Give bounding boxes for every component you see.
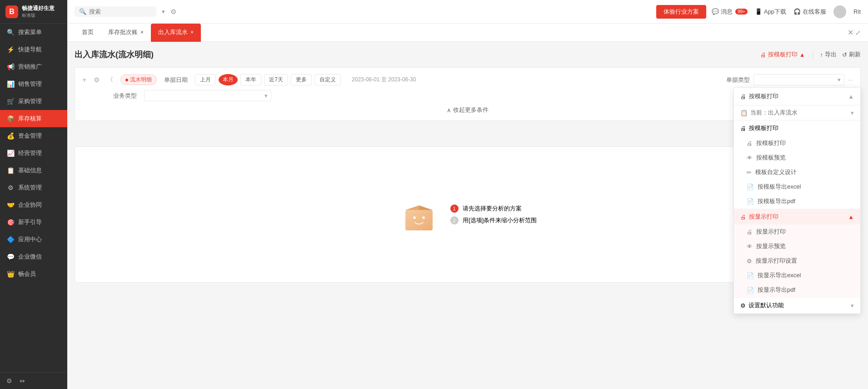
filter-row-1: + ⚙ 《 流水明细 单据日期 上月 本月 本年 近7天 更多 自定义 2023… xyxy=(82,74,853,85)
sidebar-item-finance[interactable]: 💰资金管理 xyxy=(0,127,67,145)
dropdown-close-btn[interactable]: ▲ xyxy=(848,93,854,100)
dropdown-item-export-pdf-template[interactable]: 📄 按模板导出pdf xyxy=(734,194,860,209)
filter-btn-custom[interactable]: 自定义 xyxy=(314,74,341,85)
filter-type-select[interactable] xyxy=(753,74,844,85)
empty-tip2: 用[选项]条件来缩小分析范围 xyxy=(463,217,537,224)
dropdown-item-print-template[interactable]: 🖨 按模板打印 xyxy=(734,136,860,150)
tab-flow[interactable]: 出入库流水× xyxy=(151,24,201,42)
customer-service-btn[interactable]: 🎧 在线客服 xyxy=(793,8,826,16)
sidebar-icon-basic: 📋 xyxy=(6,167,15,174)
sidebar-icon-enterprise: 🤝 xyxy=(6,201,15,209)
current-icon: 📋 xyxy=(740,110,748,116)
user-avatar[interactable] xyxy=(833,5,846,18)
sidebar-item-purchase[interactable]: 🛒采购管理 xyxy=(0,93,67,110)
dropdown-item-export-pdf-display[interactable]: 📄 按显示导出pdf xyxy=(734,283,860,297)
filter-tag-label: 流水明细 xyxy=(130,76,152,84)
tab-home[interactable]: 首页 xyxy=(75,24,101,42)
dropdown-section-default-header[interactable]: ⚙ 设置默认功能 ▾ xyxy=(734,298,860,313)
sidebar-icon-purchase: 🛒 xyxy=(6,98,15,105)
sidebar-item-quick-nav[interactable]: ⚡快捷导航 xyxy=(0,41,67,58)
logo-icon: B xyxy=(5,5,18,18)
trial-button[interactable]: 体验行业方案 xyxy=(656,5,706,19)
sidebar-label-app-center: 应用中心 xyxy=(18,235,42,244)
sidebar-icon-operation: 📈 xyxy=(6,150,15,157)
dropdown-section-template-header[interactable]: 🖨 按模板打印 xyxy=(734,120,860,136)
topbar-right: 💬 消息 99+ 📱 App下载 🎧 在线客服 Rit xyxy=(712,5,861,18)
tab-close-window-icon[interactable]: ✕ xyxy=(848,28,853,37)
divider xyxy=(813,50,813,59)
export-btn[interactable]: ↑ 导出 xyxy=(820,50,837,59)
sidebar-icon-quick-nav: ⚡ xyxy=(6,46,15,53)
sidebar-item-marketing[interactable]: 📢营销推广 xyxy=(0,58,67,75)
sidebar-label-wechat: 企业微信 xyxy=(18,253,42,261)
sidebar-nav: 🔍搜索菜单⚡快捷导航📢营销推广📊销售管理🛒采购管理📦库存核算💰资金管理📈经营管理… xyxy=(0,24,67,372)
dropdown-section-template-items: 🖨 按模板打印 👁 按模板预览 ✏ 模板自定义设计 📄 按模板导出excel xyxy=(734,136,860,209)
sidebar-item-wechat[interactable]: 💬企业微信 xyxy=(0,248,67,265)
sidebar-item-inventory[interactable]: 📦库存核算 xyxy=(0,110,67,127)
filter-date-btns: 上月 本月 本年 近7天 更多 自定义 xyxy=(195,74,341,85)
dropdown-section-display: 🖨 按显示打印 ▲ 🖨 按显示打印 👁 按显示预览 ⚙ xyxy=(734,209,860,298)
item-display-excel-icon: 📄 xyxy=(747,272,754,279)
tab-close-flow[interactable]: × xyxy=(190,29,194,35)
dropdown-item-export-excel-display[interactable]: 📄 按显示导出excel xyxy=(734,268,860,283)
sidebar-label-member: 畅会员 xyxy=(18,270,36,278)
section-template-icon: 🖨 xyxy=(740,125,746,132)
svg-marker-2 xyxy=(419,205,433,210)
sidebar-item-member[interactable]: 👑畅会员 xyxy=(0,265,67,283)
filter-btn-7days[interactable]: 近7天 xyxy=(264,74,288,85)
dropdown-item-custom-template[interactable]: ✏ 模板自定义设计 xyxy=(734,165,860,180)
item-display-setting-icon: ⚙ xyxy=(747,258,752,264)
app-download-btn[interactable]: 📱 App下载 xyxy=(755,8,786,16)
filter-collapse-btn[interactable]: 《 xyxy=(107,76,113,84)
section-display-label: 按显示打印 xyxy=(749,213,778,221)
dropdown-item-print-display[interactable]: 🖨 按显示打印 xyxy=(734,224,860,239)
sidebar-icon-search-menu: 🔍 xyxy=(6,29,15,36)
tab-close-batch[interactable]: × xyxy=(140,29,144,35)
sidebar-toggle-icon[interactable]: ⇔ xyxy=(20,377,25,384)
dropdown-section-display-header[interactable]: 🖨 按显示打印 ▲ xyxy=(734,209,860,224)
filter-btn-this-month[interactable]: 本月 xyxy=(219,74,238,85)
sidebar-item-app-center[interactable]: 🔷应用中心 xyxy=(0,231,67,248)
topbar: 🔍 ▾ ⚙ 体验行业方案 💬 消息 99+ 📱 App下载 🎧 在线客服 Rit xyxy=(67,0,868,24)
print-template-btn[interactable]: 🖨 按模板打印 ▲ xyxy=(760,50,805,59)
sidebar-item-basic[interactable]: 📋基础信息 xyxy=(0,162,67,179)
filter-biz-select[interactable] xyxy=(144,90,271,101)
dropdown-item-preview-display[interactable]: 👁 按显示预览 xyxy=(734,239,860,254)
sidebar-icon-finance: 💰 xyxy=(6,132,15,140)
topbar-chevron-icon[interactable]: ▾ xyxy=(162,8,165,15)
sidebar-item-operation[interactable]: 📈经营管理 xyxy=(0,145,67,162)
dropdown-current-chevron[interactable]: ▾ xyxy=(851,110,854,116)
topbar-gear-icon[interactable]: ⚙ xyxy=(170,8,176,16)
filter-setting-btn[interactable]: ⚙ xyxy=(94,76,100,84)
dropdown-item-preview-template[interactable]: 👁 按模板预览 xyxy=(734,150,860,165)
dropdown-section-template: 🖨 按模板打印 🖨 按模板打印 👁 按模板预览 ✏ 模板自 xyxy=(734,120,860,209)
filter-add-btn[interactable]: + xyxy=(82,76,86,84)
content-area: 出入库流水(流水明细) 🖨 按模板打印 ▲ ↑ 导出 ↺ 刷新 xyxy=(67,42,868,389)
topbar-search-input[interactable] xyxy=(89,8,152,15)
filter-date-range: 2023-06-01 至 2023-06-30 xyxy=(352,76,416,84)
tab-batch[interactable]: 库存批次账× xyxy=(101,24,151,42)
sidebar-footer: ⚙ ⇔ xyxy=(0,372,67,389)
sidebar-item-sales[interactable]: 📊销售管理 xyxy=(0,75,67,93)
section-default-label: 设置默认功能 xyxy=(748,301,784,309)
filter-btn-more[interactable]: 更多 xyxy=(291,74,312,85)
sidebar-item-system[interactable]: ⚙系统管理 xyxy=(0,179,67,196)
settings-footer-icon[interactable]: ⚙ xyxy=(6,377,12,384)
dropdown-item-print-setting-display[interactable]: ⚙ 按显示打印设置 xyxy=(734,254,860,268)
sidebar: B 畅捷通好生意 标准版 🔍搜索菜单⚡快捷导航📢营销推广📊销售管理🛒采购管理📦库… xyxy=(0,0,67,389)
message-btn[interactable]: 💬 消息 99+ xyxy=(712,8,748,16)
dropdown-section-default: ⚙ 设置默认功能 ▾ xyxy=(734,298,860,314)
tab-label-flow: 出入库流水 xyxy=(158,28,188,36)
filter-btn-this-year[interactable]: 本年 xyxy=(240,74,261,85)
sidebar-item-search-menu[interactable]: 🔍搜索菜单 xyxy=(0,24,67,41)
filter-btn-last-month[interactable]: 上月 xyxy=(195,74,216,85)
sidebar-label-inventory: 库存核算 xyxy=(18,115,42,123)
sidebar-item-guide[interactable]: 🎯新手引导 xyxy=(0,214,67,231)
tab-label-batch: 库存批次账 xyxy=(108,28,138,36)
tab-maximize-icon[interactable]: ⤢ xyxy=(855,29,861,36)
sidebar-item-enterprise[interactable]: 🤝企业协同 xyxy=(0,196,67,214)
dropdown-item-export-excel-template[interactable]: 📄 按模板导出excel xyxy=(734,180,860,194)
filter-type-more-icon[interactable]: ··· xyxy=(848,76,853,83)
refresh-btn[interactable]: ↺ 刷新 xyxy=(842,50,861,59)
svg-marker-1 xyxy=(405,205,419,210)
